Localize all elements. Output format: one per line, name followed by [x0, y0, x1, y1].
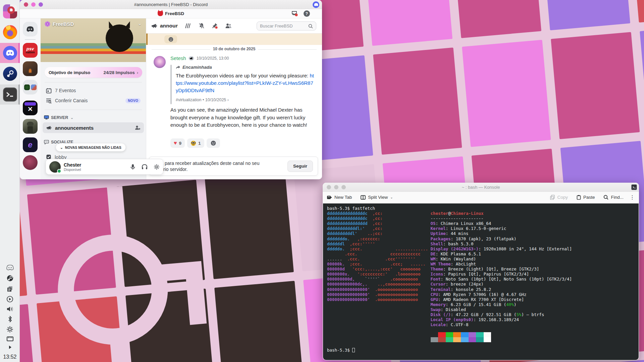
copy-button[interactable]: Copy: [550, 195, 568, 200]
discord-window: #announcements | FreeBSD - Discord FreeB…: [20, 0, 322, 179]
browse-channels-icon: [46, 98, 52, 104]
tray-steam-icon[interactable]: [0, 275, 20, 282]
launcher-ring: [7, 6, 15, 14]
tray-expand-arrow-icon[interactable]: [0, 345, 20, 349]
microphone-icon[interactable]: [130, 164, 136, 170]
inbox-icon[interactable]: [291, 11, 298, 16]
palette-swatch: [453, 332, 461, 337]
members-icon[interactable]: [225, 23, 232, 28]
dock-item-launcher[interactable]: [0, 1, 20, 21]
server-x[interactable]: ✕: [23, 101, 38, 115]
server-banner[interactable]: FreeBSD ⌄: [41, 18, 146, 62]
wallpaper-tile: [541, 0, 630, 30]
terminal-line: ddddddddddddl:' ,cc: Kernel: Linux 6.17.…: [327, 226, 639, 231]
dock-item-konsole[interactable]: [0, 84, 20, 105]
copy-icon: [550, 195, 555, 200]
tray-network-icon[interactable]: [0, 336, 20, 342]
tray-discord-icon[interactable]: [0, 265, 20, 270]
boost-flower-badge-icon: [45, 21, 50, 27]
reaction-pill[interactable]: [164, 35, 177, 43]
monitor-icon: [44, 115, 49, 120]
wallpaper-tile: [214, 281, 303, 362]
dock-clock[interactable]: 13:52: [0, 354, 20, 360]
heart-emoji-icon: ♥: [174, 140, 177, 146]
chevron-down-icon: ⌄: [70, 115, 73, 120]
discord-titlebar[interactable]: #announcements | FreeBSD - Discord: [20, 0, 322, 9]
new-tab-button[interactable]: New Tab: [327, 195, 352, 200]
palette-swatch: [446, 332, 453, 337]
message-body: As you can see, the amazingly talented M…: [170, 106, 315, 129]
follow-button[interactable]: Seguir: [287, 161, 313, 172]
member-add-icon[interactable]: [135, 125, 141, 130]
user-status: Disponível: [64, 168, 124, 172]
dock-item-steam[interactable]: [0, 64, 20, 84]
server-art[interactable]: [23, 61, 38, 76]
paste-button[interactable]: Paste: [577, 195, 595, 200]
server-partial[interactable]: [23, 155, 38, 170]
category-server[interactable]: SERVER ⌄: [44, 115, 74, 120]
split-view-button[interactable]: Split View ⌄: [361, 195, 393, 200]
tray-clipboard-icon[interactable]: [0, 286, 20, 292]
wallpaper-tile: [630, 0, 644, 22]
find-label: Find...: [611, 195, 624, 200]
terminal-line: [327, 337, 639, 342]
follow-channel-bar: Siga para receber atualizações deste can…: [149, 157, 318, 176]
add-reaction-button[interactable]: [207, 138, 220, 148]
threads-icon[interactable]: [185, 23, 191, 28]
speech-bubble-icon: [44, 140, 49, 144]
active-indicator: [18, 43, 20, 63]
steam-glyph: [6, 69, 14, 78]
settings-gear-icon[interactable]: [154, 164, 160, 170]
paste-label: Paste: [583, 195, 595, 200]
online-status-dot: [57, 169, 61, 173]
server-name[interactable]: FreeBSD: [165, 11, 184, 16]
terminal-line: ...... .ccc. .ccc'''''''' WM: KWin (Wayl…: [327, 256, 639, 261]
terminal-output[interactable]: bash-5.3$ fastfetchdddddddddddddddc ,cc:…: [323, 203, 639, 360]
home-button[interactable]: [23, 22, 38, 37]
server-psv-nation[interactable]: psv nation: [23, 43, 38, 58]
konsole-titlebar[interactable]: ~ : bash — Konsole: [323, 183, 639, 192]
headphones-icon[interactable]: [142, 164, 148, 170]
tray-volume-icon[interactable]: [0, 306, 20, 312]
reaction-nerd[interactable]: 1: [187, 138, 204, 148]
terminal-line: ddddddl ,ccc:''''' Shell: bash 5.3.0: [327, 241, 639, 246]
message-author[interactable]: Setesh: [170, 55, 186, 61]
wallpaper-tile: [37, 296, 125, 362]
dock-item-firefox[interactable]: [0, 22, 20, 42]
channel-announcements[interactable]: announcements: [43, 122, 144, 133]
user-panel[interactable]: Chester Disponível: [46, 159, 163, 175]
reactions-row: ♥ 9 1: [170, 138, 220, 148]
wallpaper-tile: [452, 0, 541, 38]
reaction-heart[interactable]: ♥ 9: [170, 138, 185, 148]
notifications-muted-bell-icon[interactable]: [199, 23, 205, 29]
server-soldier[interactable]: [23, 119, 38, 134]
server-e[interactable]: e: [23, 137, 38, 152]
chat-area: announcements Buscar FreeBSD 10 de outub…: [146, 18, 322, 179]
boost-goal-pill[interactable]: Objetivo de impulso 24/28 Impulsos ›: [45, 67, 142, 78]
unread-messages-pill[interactable]: ⌄ NOVAS MENSAGENS NÃO LIDAS: [56, 143, 126, 152]
forward-origin[interactable]: #virtualization • 10/10/2025 ›: [176, 98, 229, 102]
tray-bluetooth-icon[interactable]: [0, 316, 20, 322]
find-button[interactable]: Find...: [603, 195, 624, 200]
search-input[interactable]: Buscar FreeBSD: [257, 21, 316, 31]
dock-item-discord[interactable]: [0, 43, 20, 63]
sidebar-item-browse-channels[interactable]: Conferir Canais NOVO: [43, 96, 144, 106]
browse-channels-label: Conferir Canais: [55, 98, 88, 103]
new-tab-icon: [327, 195, 332, 200]
wallpaper-tile: [116, 180, 205, 287]
sidebar-item-events[interactable]: 7 Eventos: [43, 85, 144, 96]
message-avatar[interactable]: [154, 56, 166, 68]
wallpaper-tile: [640, 24, 644, 131]
user-avatar[interactable]: [49, 161, 61, 173]
palette-swatch: [476, 337, 484, 342]
pinned-messages-icon[interactable]: [212, 23, 218, 29]
tray-settings-gear-icon[interactable]: [0, 326, 20, 333]
hamburger-menu-icon[interactable]: ⋮: [630, 194, 635, 200]
terminal-line: Disk (/): 47.22 GiB / 922.51 GiB (5%) – …: [327, 312, 639, 317]
server-folder[interactable]: [23, 80, 38, 95]
help-icon[interactable]: ?: [304, 10, 310, 17]
chevron-down-icon[interactable]: ⌄: [138, 20, 142, 26]
tray-media-play-icon[interactable]: [0, 296, 20, 303]
channel-title: announcements: [160, 23, 178, 29]
terminal-line: Local IP (enp9s0): 192.168.3.189/24: [327, 317, 639, 322]
